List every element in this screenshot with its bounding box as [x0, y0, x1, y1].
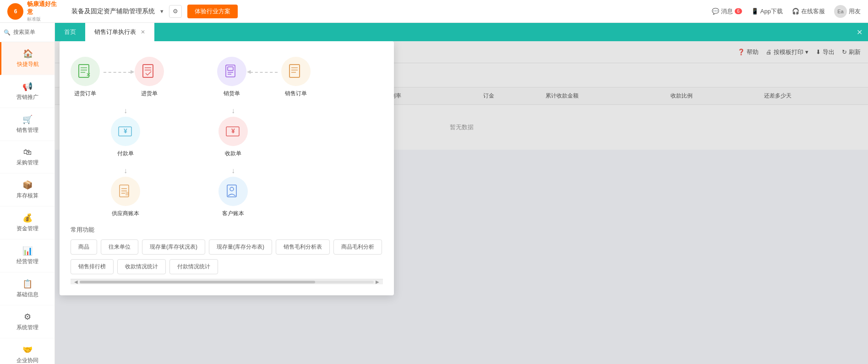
func-btn-stock-dist[interactable]: 现存量(库存分布表)	[209, 239, 272, 255]
scroll-left-button[interactable]: ◀	[72, 279, 80, 284]
sidebar-item-operation[interactable]: 📊 经营管理	[0, 239, 55, 272]
sales-order-circle	[281, 57, 311, 86]
content-area: ❓ 帮助 🖨 按模板打印 ▾ ⬇ 导出 ↻ 刷新 yyyy-mm-dd 📅	[55, 41, 868, 364]
popup-overlay: 进货订单 ▶	[55, 41, 868, 364]
flow-node-sales-order[interactable]: 销售订单	[281, 57, 311, 98]
trial-button[interactable]: 体验行业方案	[187, 5, 238, 18]
gear-button[interactable]: ⚙	[169, 5, 182, 18]
sales-bill-circle	[217, 57, 246, 86]
func-buttons-row1: 商品 往来单位 现存量(库存状况表) 现存量(库存分布表) 销售毛利分析表 商品…	[71, 239, 383, 255]
flow-middle-row: ↓ ¥ 付款单	[71, 107, 311, 158]
basic-icon: 📋	[22, 279, 33, 289]
func-buttons-row2: 销售排行榜 收款情况统计 付款情况统计	[71, 259, 383, 274]
flow-node-sales-bill[interactable]: 销货单	[217, 57, 246, 98]
scrollbar-thumb[interactable]	[80, 281, 315, 283]
payment-bill-circle: ¥	[111, 117, 140, 146]
down-arrow-receipt: ↓	[231, 107, 235, 115]
receipt-col: ↓ ¥ 收款单	[218, 107, 248, 158]
down-arrow-supplier: ↓	[124, 167, 127, 175]
system-icon: ⚙	[24, 312, 31, 322]
sidebar-item-basic[interactable]: 📋 基础信息	[0, 272, 55, 305]
online-service-button[interactable]: 🎧 在线客服	[792, 7, 825, 16]
home-icon: 🏠	[23, 49, 33, 59]
down-arrow-customer: ↓	[231, 167, 235, 175]
payment-col: ↓ ¥ 付款单	[111, 107, 140, 158]
svg-text:¥: ¥	[124, 127, 127, 135]
marketing-icon: 📢	[22, 81, 33, 92]
user-menu[interactable]: Ea 用友	[834, 5, 861, 18]
arrow-purchase-to-bill: ▶	[104, 72, 131, 73]
sidebar-item-purchase[interactable]: 🛍 采购管理	[0, 141, 55, 174]
app-download-button[interactable]: 📱 App下载	[751, 7, 783, 16]
main-content: 首页 销售订单执行表 ✕ ✕ ❓ 帮助 🖨 按模板打印 ▾ ⬇ 导出	[55, 23, 868, 364]
receipt-bill-circle: ¥	[218, 117, 248, 146]
svg-text:6: 6	[14, 8, 17, 15]
tab-bar: 首页 销售订单执行表 ✕ ✕	[55, 23, 868, 41]
top-header: 6 畅康通好生意 标准版 装备及固定资产辅助管理系统 ▾ ⚙ 体验行业方案 💬 …	[0, 0, 868, 23]
sidebar-item-finance[interactable]: 💰 资金管理	[0, 206, 55, 239]
header-right: 💬 消息 6 📱 App下载 🎧 在线客服 Ea 用友	[712, 5, 861, 18]
svg-rect-13	[289, 65, 300, 77]
common-functions: 常用功能 商品 往来单位 现存量(库存状况表) 现存量(库存分布表) 销售毛利分…	[71, 226, 383, 274]
func-btn-partner[interactable]: 往来单位	[101, 239, 138, 255]
svg-rect-6	[143, 65, 153, 77]
scroll-right-button[interactable]: ▶	[374, 279, 381, 284]
purchase-bill-circle	[135, 57, 164, 86]
scrollbar-area: ◀ ▶	[71, 279, 383, 284]
search-menu[interactable]: 🔍 搜索菜单	[0, 23, 55, 42]
sidebar-item-inventory[interactable]: 📦 库存核算	[0, 174, 55, 206]
message-button[interactable]: 💬 消息 6	[712, 7, 742, 16]
tab-home[interactable]: 首页	[55, 23, 85, 41]
dropdown-arrow[interactable]: ▾	[160, 8, 164, 15]
func-btn-product[interactable]: 商品	[71, 239, 97, 255]
func-btn-product-gross[interactable]: 商品毛利分析	[333, 239, 382, 255]
svg-point-27	[230, 187, 234, 191]
purchase-order-circle	[71, 57, 100, 86]
flow-node-supplier-account[interactable]: 供应商账本	[111, 177, 140, 217]
close-all-button[interactable]: ✕	[857, 28, 863, 37]
message-badge: 6	[735, 8, 742, 14]
sales-icon: 🛒	[22, 114, 33, 125]
header-center: 装备及固定资产辅助管理系统 ▾ ⚙ 体验行业方案	[62, 5, 712, 18]
flow-diagram: 进货订单 ▶	[71, 52, 383, 222]
sidebar-item-collab[interactable]: 🤝 企业协同	[0, 338, 55, 364]
sidebar-item-system[interactable]: ⚙ 系统管理	[0, 305, 55, 338]
svg-text:¥: ¥	[231, 127, 235, 135]
flow-bottom-row: ↓	[71, 167, 311, 217]
flow-node-payment-bill[interactable]: ¥ 付款单	[111, 117, 140, 158]
avatar: Ea	[834, 5, 847, 18]
operation-icon: 📊	[22, 246, 33, 256]
supplier-account-circle	[111, 177, 140, 206]
popup-panel: 进货订单 ▶	[60, 41, 394, 295]
func-btn-receipt-stats[interactable]: 收款情况统计	[117, 259, 166, 274]
search-icon: 🔍	[4, 29, 11, 36]
tab-sales-exec[interactable]: 销售订单执行表 ✕	[85, 23, 154, 41]
flow-node-receipt-bill[interactable]: ¥ 收款单	[218, 117, 248, 158]
system-title: 装备及固定资产辅助管理系统	[71, 7, 155, 16]
finance-icon: 💰	[22, 213, 33, 223]
scrollbar-track[interactable]	[80, 281, 374, 283]
phone-icon: 📱	[751, 8, 759, 15]
customer-col: ↓ 客户账本	[218, 167, 248, 217]
tab-close-button[interactable]: ✕	[141, 29, 145, 35]
logo-area: 6 畅康通好生意 标准版	[7, 0, 62, 22]
flow-left-col: 进货订单 ▶	[71, 57, 311, 217]
message-icon: 💬	[712, 8, 719, 15]
flow-node-purchase-bill[interactable]: 进货单	[135, 57, 164, 98]
func-btn-sales-gross[interactable]: 销售毛利分析表	[276, 239, 330, 255]
flow-node-customer-account[interactable]: 客户账本	[218, 177, 248, 217]
svg-rect-25	[126, 192, 129, 196]
flow-top-row: 进货订单 ▶	[71, 57, 311, 98]
sidebar-item-sales[interactable]: 🛒 销售管理	[0, 108, 55, 141]
func-btn-stock-status[interactable]: 现存量(库存状况表)	[142, 239, 205, 255]
logo-text: 畅康通好生意 标准版	[27, 0, 62, 22]
common-title: 常用功能	[71, 226, 383, 234]
sidebar-item-marketing[interactable]: 📢 营销推广	[0, 75, 55, 108]
func-btn-payment-stats[interactable]: 付款情况统计	[169, 259, 218, 274]
inventory-icon: 📦	[22, 180, 33, 190]
customer-account-circle	[218, 177, 248, 206]
flow-node-purchase-order[interactable]: 进货订单	[71, 57, 100, 98]
sidebar-item-quick-nav[interactable]: 🏠 快捷导航	[0, 42, 55, 75]
collab-icon: 🤝	[22, 345, 33, 355]
func-btn-sales-rank[interactable]: 销售排行榜	[71, 259, 114, 274]
